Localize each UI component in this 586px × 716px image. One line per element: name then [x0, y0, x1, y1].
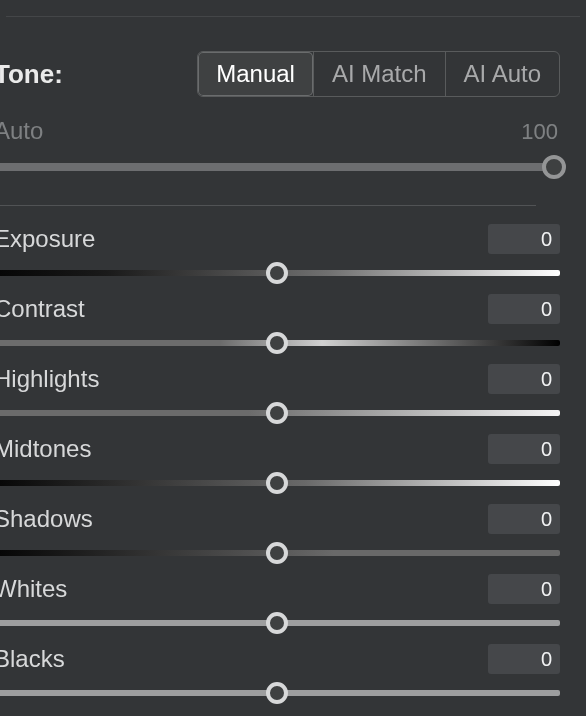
contrast-label: Contrast [0, 295, 488, 323]
shadows-slider: Shadows 0 [0, 504, 586, 556]
auto-divider [0, 205, 536, 206]
panel-top-divider [6, 16, 580, 17]
auto-slider-value: 100 [521, 119, 562, 145]
tone-mode-segmented: Manual AI Match AI Auto [197, 51, 560, 97]
contrast-slider: Contrast 0 [0, 294, 586, 346]
midtones-value[interactable]: 0 [488, 434, 560, 464]
midtones-track[interactable] [0, 480, 560, 486]
blacks-track[interactable] [0, 690, 560, 696]
auto-slider-label: Auto [0, 117, 521, 145]
tone-mode-ai-match[interactable]: AI Match [313, 52, 445, 96]
highlights-track[interactable] [0, 410, 560, 416]
whites-slider: Whites 0 [0, 574, 586, 626]
midtones-label: Midtones [0, 435, 488, 463]
auto-slider-header: Auto 100 [0, 117, 562, 145]
highlights-thumb[interactable] [266, 402, 288, 424]
shadows-label: Shadows [0, 505, 488, 533]
whites-label: Whites [0, 575, 488, 603]
auto-slider-block: Auto 100 [0, 117, 586, 206]
blacks-slider: Blacks 0 [0, 644, 586, 696]
midtones-thumb[interactable] [266, 472, 288, 494]
blacks-value[interactable]: 0 [488, 644, 560, 674]
tone-label: Tone: [0, 59, 197, 90]
highlights-label: Highlights [0, 365, 488, 393]
whites-value[interactable]: 0 [488, 574, 560, 604]
shadows-value[interactable]: 0 [488, 504, 560, 534]
contrast-track[interactable] [0, 340, 560, 346]
exposure-value[interactable]: 0 [488, 224, 560, 254]
exposure-thumb[interactable] [266, 262, 288, 284]
whites-track[interactable] [0, 620, 560, 626]
blacks-label: Blacks [0, 645, 488, 673]
highlights-value[interactable]: 0 [488, 364, 560, 394]
exposure-track[interactable] [0, 270, 560, 276]
whites-thumb[interactable] [266, 612, 288, 634]
contrast-thumb[interactable] [266, 332, 288, 354]
highlights-slider: Highlights 0 [0, 364, 586, 416]
tone-mode-row: Tone: Manual AI Match AI Auto [0, 51, 586, 97]
shadows-track[interactable] [0, 550, 560, 556]
contrast-value[interactable]: 0 [488, 294, 560, 324]
midtones-slider: Midtones 0 [0, 434, 586, 486]
auto-slider-thumb[interactable] [542, 155, 566, 179]
exposure-label: Exposure [0, 225, 488, 253]
shadows-thumb[interactable] [266, 542, 288, 564]
tone-panel: Tone: Manual AI Match AI Auto Auto 100 E… [0, 16, 586, 716]
exposure-slider: Exposure 0 [0, 224, 586, 276]
auto-slider-track[interactable] [0, 163, 562, 171]
tone-mode-manual[interactable]: Manual [198, 52, 313, 96]
blacks-thumb[interactable] [266, 682, 288, 704]
tone-mode-ai-auto[interactable]: AI Auto [445, 52, 559, 96]
